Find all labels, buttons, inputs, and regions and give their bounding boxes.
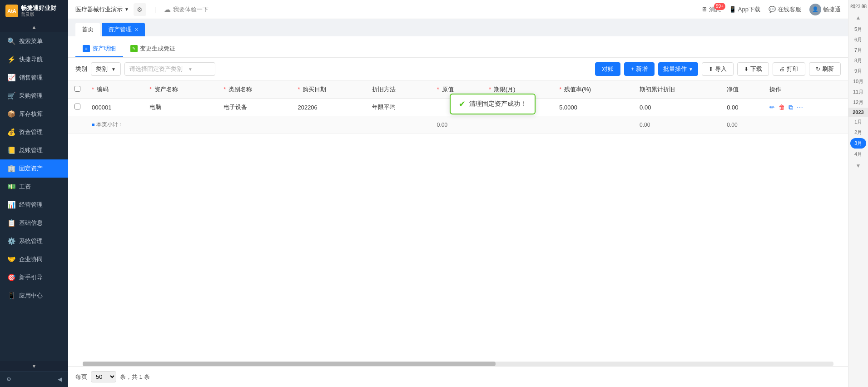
th-net-value: 净值 bbox=[721, 81, 764, 99]
toast-message: 清理固定资产成功！ bbox=[469, 100, 526, 108]
expand-icon[interactable]: ◁ bbox=[850, 3, 854, 9]
salary-icon: 💵 bbox=[7, 183, 15, 191]
app-version: 普及版 bbox=[21, 12, 56, 17]
sidebar-logo: AtA 畅捷通好业财 普及版 bbox=[0, 0, 68, 22]
subtab-asset-detail-label: 资产明细 bbox=[92, 45, 116, 53]
month-2[interactable]: 2月 bbox=[848, 127, 868, 138]
download-button[interactable]: ⬇ 下载 bbox=[737, 62, 769, 76]
table-footer: 每页 50 100 条，共 1 条 bbox=[68, 366, 848, 387]
guide-icon: 🎯 bbox=[7, 273, 15, 282]
subtab-change-voucher[interactable]: ✎ 变更生成凭证 bbox=[123, 41, 183, 57]
month-5[interactable]: 5月 bbox=[848, 24, 868, 35]
month-10[interactable]: 10月 bbox=[848, 76, 868, 87]
refresh-button[interactable]: ↻ 刷新 bbox=[809, 62, 841, 76]
subtab-bar: ≡ 资产明细 ✎ 变更生成凭证 bbox=[68, 36, 848, 58]
batch-button[interactable]: 批量操作 ▼ bbox=[658, 62, 698, 76]
app-download-btn[interactable]: 📱 App下载 bbox=[729, 5, 760, 14]
sidebar-item-guide[interactable]: 🎯 新手引导 bbox=[0, 268, 68, 287]
sidebar-item-funds[interactable]: 💰 资金管理 bbox=[0, 123, 68, 141]
sidebar-item-enterprise[interactable]: 🤝 企业协同 bbox=[0, 250, 68, 268]
topbar-right: 🖥 消息 99+ 📱 App下载 💬 在线客服 👤 畅捷通 bbox=[701, 4, 841, 15]
td-subtotal-net: 0.00 bbox=[721, 116, 764, 134]
logo-text: AtA bbox=[7, 8, 16, 14]
delete-icon[interactable]: 🗑 bbox=[779, 104, 785, 111]
month-7[interactable]: 7月 bbox=[848, 45, 868, 55]
settings-button[interactable]: ⚙ bbox=[134, 3, 146, 16]
sidebar-item-app-center[interactable]: 📱 应用中心 bbox=[0, 287, 68, 305]
sidebar-item-search[interactable]: 🔍 搜索菜单 bbox=[0, 32, 68, 50]
right-panel-nav-up[interactable]: ▲ bbox=[848, 13, 868, 22]
tab-home-label: 首页 bbox=[82, 25, 94, 34]
print-button[interactable]: 🖨 打印 bbox=[773, 62, 805, 76]
month-12[interactable]: 12月 bbox=[848, 97, 868, 108]
month-6[interactable]: 6月 bbox=[848, 35, 868, 45]
new-button[interactable]: + 新增 bbox=[624, 62, 655, 76]
scroll-thumb[interactable] bbox=[83, 362, 496, 366]
edit-icon[interactable]: ✏ bbox=[769, 104, 775, 111]
more-icon[interactable]: ⋯ bbox=[797, 104, 803, 111]
month-11[interactable]: 11月 bbox=[848, 87, 868, 97]
sidebar-item-label: 销售管理 bbox=[19, 74, 43, 82]
sidebar-item-operation[interactable]: 📊 经营管理 bbox=[0, 196, 68, 214]
reconcile-label: 对账 bbox=[602, 65, 614, 73]
tab-home[interactable]: 首页 bbox=[75, 23, 100, 36]
fixed-assets-icon: 🏢 bbox=[7, 164, 15, 173]
export-button[interactable]: ⬆ 导入 bbox=[702, 62, 734, 76]
right-panel-nav-down[interactable]: ▼ bbox=[848, 161, 868, 170]
sidebar-item-label: 企业协同 bbox=[19, 255, 43, 263]
refresh-icon: ↻ bbox=[816, 66, 820, 72]
sidebar-item-basic-info[interactable]: 📋 基础信息 bbox=[0, 214, 68, 232]
sidebar-scroll-down[interactable]: ▼ bbox=[31, 363, 37, 369]
company-name: 医疗器械行业演示 bbox=[75, 5, 123, 14]
th-code: * 编码 bbox=[86, 81, 144, 99]
category-select[interactable]: 类别 ▼ bbox=[91, 62, 121, 76]
sidebar-item-system[interactable]: ⚙️ 系统管理 bbox=[0, 232, 68, 250]
close-right-panel-icon[interactable]: ✕ bbox=[862, 3, 866, 9]
sidebar-item-quick-nav[interactable]: ⚡ 快捷导航 bbox=[0, 50, 68, 69]
year-2023-label: 2023 bbox=[848, 108, 868, 117]
company-selector[interactable]: 医疗器械行业演示 ▼ bbox=[75, 5, 129, 14]
sidebar-collapse-btn[interactable]: ◀ bbox=[58, 376, 62, 382]
tab-close-icon[interactable]: ✕ bbox=[134, 27, 139, 33]
month-8[interactable]: 8月 bbox=[848, 55, 868, 66]
category-input[interactable]: 请选择固定资产类别 ▼ bbox=[124, 62, 215, 76]
tab-asset-mgmt[interactable]: 资产管理 ✕ bbox=[102, 23, 145, 36]
sidebar-scroll-up[interactable]: ▲ bbox=[31, 24, 37, 30]
settings-icon[interactable]: ⚙ bbox=[6, 376, 11, 382]
td-subtotal-period bbox=[483, 116, 554, 134]
category-select-value: 类别 bbox=[96, 65, 108, 73]
subtab-asset-detail[interactable]: ≡ 资产明细 bbox=[75, 41, 123, 57]
sidebar-item-purchase[interactable]: 🛒 采购管理 bbox=[0, 87, 68, 105]
export-label: 导入 bbox=[715, 65, 727, 73]
month-1[interactable]: 1月 bbox=[848, 117, 868, 127]
td-subtotal-original: 0.00 bbox=[432, 116, 483, 134]
online-service-btn[interactable]: 💬 在线客服 bbox=[769, 5, 801, 14]
horizontal-scrollbar[interactable] bbox=[83, 362, 833, 366]
month-3-active[interactable]: 3月 bbox=[850, 138, 866, 149]
user-menu[interactable]: 👤 畅捷通 bbox=[809, 4, 841, 15]
per-page-select[interactable]: 50 100 bbox=[91, 371, 116, 382]
sidebar-item-sales[interactable]: 📈 销售管理 bbox=[0, 69, 68, 87]
month-4[interactable]: 4月 bbox=[848, 149, 868, 159]
sidebar-item-inventory[interactable]: 📦 库存核算 bbox=[0, 105, 68, 123]
month-9[interactable]: 9月 bbox=[848, 66, 868, 76]
tab-asset-mgmt-label: 资产管理 bbox=[108, 25, 132, 34]
sidebar-item-ledger[interactable]: 📒 总账管理 bbox=[0, 141, 68, 159]
toolbar-actions: 对账 + 新增 批量操作 ▼ ⬆ 导入 ⬇ 下载 🖨 bbox=[595, 62, 841, 76]
sidebar-item-label: 新手引导 bbox=[19, 273, 43, 282]
select-down-icon: ▼ bbox=[111, 67, 116, 72]
message-btn[interactable]: 🖥 消息 99+ bbox=[701, 5, 721, 14]
copy-icon[interactable]: ⧉ bbox=[789, 104, 793, 111]
th-purchase-date: * 购买日期 bbox=[292, 81, 366, 99]
reconcile-button[interactable]: 对账 bbox=[595, 62, 620, 76]
select-all-checkbox[interactable] bbox=[74, 86, 80, 92]
batch-down-icon: ▼ bbox=[689, 67, 693, 72]
row-checkbox[interactable] bbox=[74, 104, 80, 109]
sidebar-item-fixed-assets[interactable]: 🏢 固定资产 bbox=[0, 159, 68, 178]
experience-btn[interactable]: ☁ 我要体验一下 bbox=[164, 5, 208, 14]
sidebar-menu: 🔍 搜索菜单 ⚡ 快捷导航 📈 销售管理 🛒 采购管理 📦 库存核算 💰 资金管… bbox=[0, 32, 68, 361]
sidebar-item-salary[interactable]: 💵 工资 bbox=[0, 178, 68, 196]
table-wrapper: ✔ 清理固定资产成功！ * 编码 * 资产 bbox=[68, 81, 848, 360]
export-icon: ⬆ bbox=[709, 66, 713, 72]
td-subtotal-initial: 0.00 bbox=[634, 116, 721, 134]
